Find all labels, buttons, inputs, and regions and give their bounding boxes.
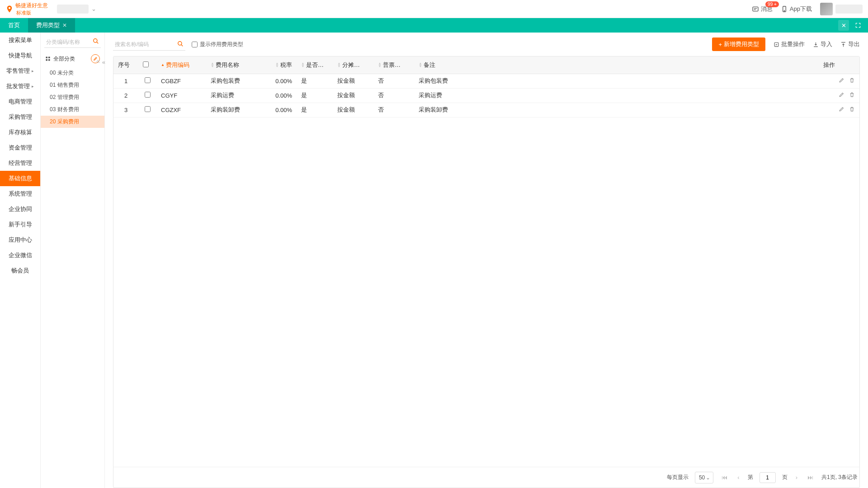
nav-item[interactable]: 企业协同: [0, 202, 40, 217]
nav-item-label: 新手引导: [9, 221, 32, 229]
nav-item[interactable]: 电商管理: [0, 94, 40, 109]
tree-all-label[interactable]: 全部分类: [53, 55, 75, 63]
left-nav: 搜索菜单快捷导航零售管理▸批发管理▸电商管理采购管理库存核算资金管理经营管理基础…: [0, 33, 41, 488]
col-remark[interactable]: ▲▼备注: [414, 56, 819, 74]
tree-item[interactable]: 00 未分类: [41, 67, 104, 79]
page-first-button[interactable]: ⏮: [720, 474, 729, 481]
trash-icon: [849, 77, 855, 83]
logo-subtitle: 标准版: [16, 9, 48, 16]
nav-item[interactable]: 批发管理▸: [0, 79, 40, 94]
batch-button[interactable]: 批量操作: [774, 40, 805, 48]
page-size-select[interactable]: 50: [695, 472, 713, 483]
cell-op: [819, 88, 859, 103]
tree-item[interactable]: 03 财务费用: [41, 103, 104, 116]
cell-code: CGZXF: [156, 103, 206, 117]
nav-item[interactable]: 基础信息: [0, 171, 40, 186]
export-icon: [840, 42, 846, 47]
svg-rect-7: [48, 59, 50, 61]
org-selector[interactable]: ⌄: [57, 5, 96, 14]
cell-checkbox: [138, 74, 156, 88]
col-op: 操作: [819, 56, 859, 74]
col-checkbox[interactable]: [138, 56, 156, 74]
delete-button[interactable]: [849, 106, 855, 113]
col-seq[interactable]: 序号: [113, 56, 138, 74]
row-checkbox[interactable]: [145, 92, 151, 98]
select-all-checkbox[interactable]: [143, 61, 149, 67]
col-ticket[interactable]: ▲▼普票…: [373, 56, 414, 74]
show-disabled-input[interactable]: [192, 42, 198, 47]
search-icon[interactable]: [177, 41, 184, 48]
batch-label: 批量操作: [781, 40, 805, 48]
fullscreen-button[interactable]: [853, 20, 863, 31]
content-search-input[interactable]: [113, 38, 185, 51]
table-row: 2 CGYF 采购运费 0.00% 是 按金额 否 采购运费: [113, 88, 859, 103]
tree-item[interactable]: 01 销售费用: [41, 79, 104, 91]
row-checkbox[interactable]: [145, 77, 151, 83]
export-button[interactable]: 导出: [840, 40, 860, 48]
tab-bar: 首页 费用类型 ✕ ✕: [0, 18, 868, 33]
nav-item[interactable]: 畅会员: [0, 263, 40, 278]
nav-item-label: 零售管理: [6, 67, 30, 75]
page-prev-button[interactable]: ‹: [736, 474, 741, 481]
cell-op: [819, 103, 859, 117]
col-tax[interactable]: ▲▼税率: [265, 56, 297, 74]
logo-text: 畅捷通好生意: [15, 2, 48, 9]
edit-button[interactable]: [839, 77, 844, 84]
add-label: 新增费用类型: [724, 40, 759, 48]
search-icon[interactable]: [93, 38, 99, 46]
col-alloc[interactable]: ▲▼分摊…: [333, 56, 373, 74]
nav-item[interactable]: 系统管理: [0, 186, 40, 202]
messages-button[interactable]: 消息 99 +: [752, 5, 773, 13]
tab-expense-type[interactable]: 费用类型 ✕: [28, 18, 75, 33]
nav-item[interactable]: 企业微信: [0, 248, 40, 263]
nav-item-label: 经营管理: [9, 159, 32, 167]
nav-item[interactable]: 资金管理: [0, 140, 40, 155]
app-download-button[interactable]: App下载: [781, 5, 812, 13]
tab-home[interactable]: 首页: [0, 18, 28, 33]
logo: 畅捷通好生意 标准版: [5, 2, 48, 16]
nav-item[interactable]: 库存核算: [0, 125, 40, 140]
edit-button[interactable]: [839, 106, 844, 113]
tree-item[interactable]: 02 管理费用: [41, 91, 104, 103]
logo-icon: [5, 5, 14, 13]
cell-checkbox: [138, 88, 156, 103]
page-next-button[interactable]: ›: [794, 474, 799, 481]
show-disabled-checkbox[interactable]: 显示停用费用类型: [192, 41, 243, 48]
import-button[interactable]: 导入: [813, 40, 832, 48]
nav-item[interactable]: 零售管理▸: [0, 63, 40, 79]
collapse-tree-button[interactable]: «: [95, 59, 105, 66]
caret-icon: ▸: [32, 69, 34, 73]
nav-item[interactable]: 搜索菜单: [0, 33, 40, 48]
cell-alloc: 按金额: [333, 88, 373, 103]
close-icon[interactable]: ✕: [62, 22, 67, 28]
chevron-left-icon: [95, 59, 100, 64]
edit-button[interactable]: [839, 92, 844, 99]
nav-item[interactable]: 应用中心: [0, 232, 40, 248]
tree-search: [41, 33, 104, 52]
cell-alloc: 按金额: [333, 74, 373, 88]
category-tree-panel: 全部分类 « 00 未分类01 销售费用02 管理费用03 财务费用20 采购费…: [41, 33, 105, 488]
delete-button[interactable]: [849, 92, 855, 99]
caret-icon: ▸: [32, 84, 34, 89]
delete-button[interactable]: [849, 77, 855, 84]
cell-remark: 采购装卸费: [414, 103, 819, 117]
nav-item[interactable]: 快捷导航: [0, 48, 40, 63]
col-code[interactable]: ▲费用编码: [156, 56, 206, 74]
nav-item[interactable]: 经营管理: [0, 155, 40, 171]
page-last-button[interactable]: ⏭: [806, 474, 815, 481]
nav-item[interactable]: 采购管理: [0, 109, 40, 125]
nav-item[interactable]: 新手引导: [0, 217, 40, 232]
toolbar: 显示停用费用类型 + 新增费用类型 批量操作 导入 导出: [113, 33, 860, 56]
col-name[interactable]: ▲▼费用名称: [206, 56, 265, 74]
import-icon: [813, 42, 819, 47]
page-input[interactable]: [760, 472, 776, 483]
col-isflag[interactable]: ▲▼是否…: [297, 56, 333, 74]
add-button[interactable]: + 新增费用类型: [712, 38, 765, 51]
user-area[interactable]: [820, 3, 863, 15]
tree-item[interactable]: 20 采购费用: [41, 116, 104, 128]
cell-isflag: 是: [297, 88, 333, 103]
row-checkbox[interactable]: [145, 106, 151, 112]
tab-close-all-button[interactable]: ✕: [838, 20, 849, 31]
cell-ticket: 否: [373, 103, 414, 117]
cell-remark: 采购运费: [414, 88, 819, 103]
